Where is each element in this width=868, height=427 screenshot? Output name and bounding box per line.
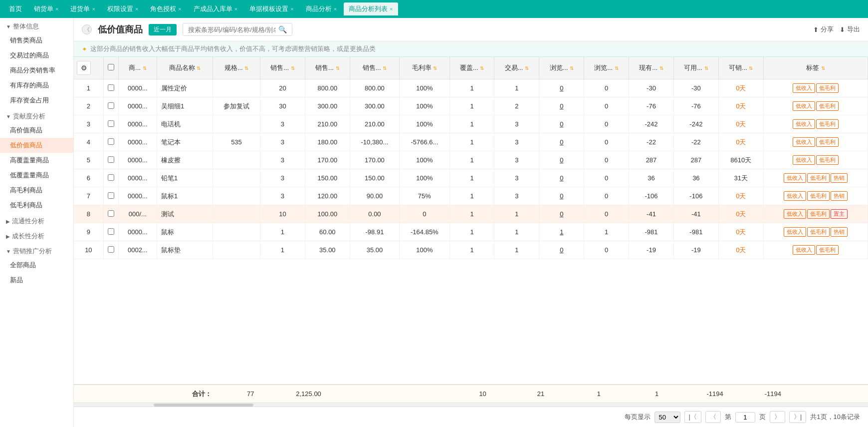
column-margin[interactable]: 毛利率 ⇅ [400, 57, 449, 79]
row-checkbox[interactable] [108, 156, 114, 163]
cell-checkbox[interactable] [103, 115, 118, 133]
export-button[interactable]: ⬇ 导出 [840, 25, 860, 34]
tab-home[interactable]: 首页 [4, 2, 27, 15]
sidebar-section-overall[interactable]: ▼ 整体信息 [0, 18, 73, 33]
column-coverage[interactable]: 覆盖... ⇅ [449, 57, 494, 79]
cell-name[interactable]: 橡皮擦 [157, 151, 213, 169]
sidebar-section-marketing[interactable]: ▼ 营销推广分析 [0, 243, 73, 258]
cell-checkbox[interactable] [103, 97, 118, 115]
select-all-checkbox[interactable] [108, 64, 114, 70]
cell-name[interactable]: 吴细细1 [157, 97, 213, 115]
collapse-sidebar-button[interactable]: 《 [82, 24, 92, 34]
tab-permissions[interactable]: 权限设置 × [102, 2, 143, 15]
cell-view1[interactable]: 0 [539, 151, 584, 169]
date-filter-button[interactable]: 近一月 [149, 24, 177, 35]
tab-purchase-order[interactable]: 进货单 × [65, 2, 100, 15]
cell-view1[interactable]: 0 [539, 169, 584, 187]
prev-page-button[interactable]: 〈 [705, 411, 721, 423]
column-view1[interactable]: 浏览... ⇅ [539, 57, 584, 79]
close-icon[interactable]: × [234, 6, 237, 12]
sidebar-item-stocked-products[interactable]: 有库存的商品 [0, 78, 73, 93]
cell-checkbox[interactable] [103, 79, 118, 97]
tab-product-inbound[interactable]: 产成品入库单 × [189, 2, 242, 15]
sidebar-item-low-value[interactable]: 低价值商品 [0, 138, 73, 153]
cell-view1[interactable]: 0 [539, 241, 584, 259]
column-spec[interactable]: 规格... ⇅ [213, 57, 260, 79]
column-view2[interactable]: 浏览... ⇅ [584, 57, 629, 79]
sidebar-item-all-products[interactable]: 全部商品 [0, 258, 73, 273]
close-icon[interactable]: × [290, 6, 293, 12]
cell-checkbox[interactable] [103, 241, 118, 259]
column-code[interactable]: 商... ⇅ [118, 57, 157, 79]
column-qty[interactable]: 销售... ⇅ [260, 57, 305, 79]
scrollbar-thumb[interactable] [154, 404, 253, 407]
cell-name[interactable]: 测试 [157, 205, 213, 223]
column-checkbox[interactable] [103, 57, 118, 79]
horizontal-scrollbar[interactable] [74, 403, 868, 407]
cell-view1[interactable]: 0 [539, 133, 584, 151]
cell-checkbox[interactable] [103, 169, 118, 187]
last-page-button[interactable]: 〉| [789, 411, 806, 423]
sidebar-section-growth[interactable]: ▶ 成长性分析 [0, 228, 73, 243]
sidebar-item-high-coverage[interactable]: 高覆盖量商品 [0, 153, 73, 168]
tab-doc-template[interactable]: 单据模板设置 × [244, 2, 298, 15]
sidebar-item-high-value[interactable]: 高价值商品 [0, 123, 73, 138]
cell-name[interactable]: 笔记本 [157, 133, 213, 151]
cell-view1[interactable]: 0 [539, 115, 584, 133]
cell-view1[interactable]: 0 [539, 205, 584, 223]
close-icon[interactable]: × [334, 6, 337, 12]
tab-product-analysis-list[interactable]: 商品分析列表 × [344, 2, 398, 15]
tab-product-analysis[interactable]: 商品分析 × [301, 2, 342, 15]
cell-checkbox[interactable] [103, 133, 118, 151]
sidebar-item-high-margin[interactable]: 高毛利商品 [0, 183, 73, 198]
close-icon[interactable]: × [92, 6, 95, 12]
row-checkbox[interactable] [108, 84, 114, 91]
column-amount[interactable]: 销售... ⇅ [350, 57, 399, 79]
cell-name[interactable]: 属性定价 [157, 79, 213, 97]
sidebar-item-low-coverage[interactable]: 低覆盖量商品 [0, 168, 73, 183]
cell-view1[interactable]: 0 [539, 79, 584, 97]
close-icon[interactable]: × [178, 6, 181, 12]
cell-checkbox[interactable] [103, 223, 118, 241]
column-tags[interactable]: 标签 ⇅ [763, 57, 868, 79]
sidebar-item-new-products[interactable]: 新品 [0, 273, 73, 288]
row-checkbox[interactable] [108, 102, 114, 109]
row-checkbox[interactable] [108, 138, 114, 145]
row-checkbox[interactable] [108, 228, 114, 235]
gear-button[interactable]: ⚙ [77, 61, 91, 75]
column-sellable[interactable]: 可销... ⇅ [718, 57, 763, 79]
column-gear[interactable]: ⚙ [74, 57, 103, 79]
first-page-button[interactable]: |〈 [684, 411, 701, 423]
cell-name[interactable]: 铅笔1 [157, 169, 213, 187]
cell-view1[interactable]: 0 [539, 97, 584, 115]
column-current[interactable]: 现有... ⇅ [629, 57, 674, 79]
per-page-select[interactable]: 50 100 200 [654, 412, 680, 423]
sidebar-item-traded-products[interactable]: 交易过的商品 [0, 48, 73, 63]
row-checkbox[interactable] [108, 120, 114, 127]
cell-name[interactable]: 鼠标垫 [157, 241, 213, 259]
close-icon[interactable]: × [135, 6, 138, 12]
sidebar-item-category-sales-rate[interactable]: 商品分类销售率 [0, 63, 73, 78]
row-checkbox[interactable] [108, 192, 114, 199]
row-checkbox[interactable] [108, 246, 114, 253]
column-price[interactable]: 销售... ⇅ [305, 57, 350, 79]
column-transaction[interactable]: 交易... ⇅ [494, 57, 539, 79]
cell-name[interactable]: 鼠标 [157, 223, 213, 241]
search-input[interactable] [188, 26, 275, 33]
cell-name[interactable]: 电话机 [157, 115, 213, 133]
close-icon[interactable]: × [55, 6, 58, 12]
cell-checkbox[interactable] [103, 187, 118, 205]
cell-checkbox[interactable] [103, 205, 118, 223]
row-checkbox[interactable] [108, 174, 114, 181]
sidebar-item-sales-products[interactable]: 销售类商品 [0, 33, 73, 48]
cell-view1[interactable]: 1 [539, 223, 584, 241]
sidebar-item-low-margin[interactable]: 低毛利商品 [0, 198, 73, 213]
cell-view1[interactable]: 0 [539, 187, 584, 205]
cell-name[interactable]: 鼠标1 [157, 187, 213, 205]
tab-sales-order[interactable]: 销货单 × [29, 2, 63, 15]
page-input[interactable] [735, 412, 755, 423]
column-name[interactable]: 商品名称 ⇅ [157, 57, 213, 79]
row-checkbox[interactable] [108, 210, 114, 217]
cell-checkbox[interactable] [103, 151, 118, 169]
sidebar-section-liquidity[interactable]: ▶ 流通性分析 [0, 213, 73, 228]
